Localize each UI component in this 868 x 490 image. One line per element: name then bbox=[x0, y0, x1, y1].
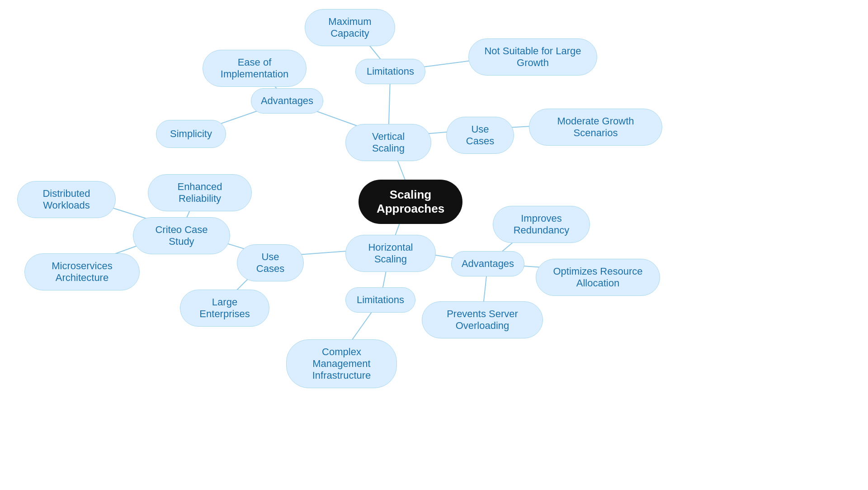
node-limitations_vs[interactable]: Limitations bbox=[355, 59, 425, 84]
node-distributed_workloads[interactable]: Distributed Workloads bbox=[17, 181, 116, 218]
node-limitations_hs[interactable]: Limitations bbox=[345, 287, 415, 313]
node-moderate_growth[interactable]: Moderate Growth Scenarios bbox=[529, 109, 662, 146]
node-horizontal_scaling[interactable]: Horizontal Scaling bbox=[345, 235, 436, 272]
node-criteo_case_study[interactable]: Criteo Case Study bbox=[133, 217, 230, 254]
node-prevents_overloading[interactable]: Prevents Server Overloading bbox=[422, 301, 543, 338]
node-ease_of_implementation[interactable]: Ease of Implementation bbox=[203, 50, 307, 87]
node-complex_management[interactable]: Complex Management Infrastructure bbox=[286, 339, 397, 388]
node-maximum_capacity[interactable]: Maximum Capacity bbox=[305, 9, 395, 46]
node-vertical_scaling[interactable]: Vertical Scaling bbox=[345, 124, 431, 161]
node-scaling_approaches[interactable]: Scaling Approaches bbox=[359, 180, 462, 224]
node-use_cases_vs[interactable]: Use Cases bbox=[446, 117, 514, 154]
node-not_suitable[interactable]: Not Suitable for Large Growth bbox=[468, 38, 597, 76]
node-optimizes_resource[interactable]: Optimizes Resource Allocation bbox=[536, 259, 660, 296]
node-use_cases_hs[interactable]: Use Cases bbox=[237, 244, 304, 281]
node-microservices_architecture[interactable]: Microservices Architecture bbox=[24, 253, 140, 290]
node-advantages_vs[interactable]: Advantages bbox=[251, 88, 323, 114]
node-advantages_hs[interactable]: Advantages bbox=[451, 251, 524, 276]
node-improves_redundancy[interactable]: Improves Redundancy bbox=[493, 206, 590, 243]
node-enhanced_reliability[interactable]: Enhanced Reliability bbox=[148, 174, 252, 211]
node-simplicity[interactable]: Simplicity bbox=[156, 120, 226, 148]
node-large_enterprises[interactable]: Large Enterprises bbox=[180, 290, 269, 327]
